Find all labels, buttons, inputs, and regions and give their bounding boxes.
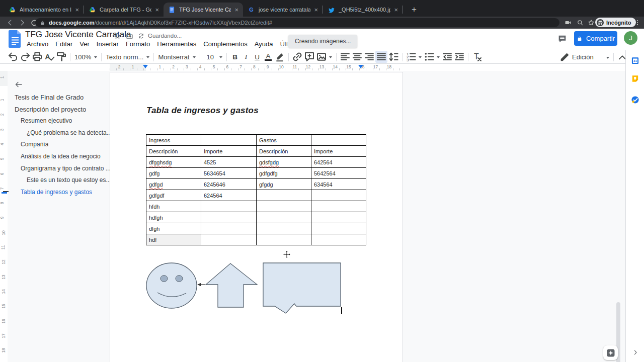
browser-tab[interactable]: TFG Jose Vicente Carratala - D× (164, 3, 243, 17)
menu-complementos[interactable]: Complementos (203, 40, 247, 48)
table-cell[interactable] (257, 234, 311, 245)
outline-item[interactable]: ¿Qué problema se ha detecta... (27, 129, 112, 136)
highlight-button[interactable] (274, 51, 286, 63)
table-cell[interactable]: 5642564 (311, 168, 366, 179)
italic-button[interactable]: I (240, 53, 252, 61)
table-cell[interactable] (311, 190, 366, 201)
menu-editar[interactable]: Editar (55, 40, 72, 48)
numbered-list-button[interactable]: 123 (405, 51, 417, 63)
table-cell[interactable] (257, 212, 311, 223)
table-cell[interactable] (257, 223, 311, 234)
table-cell[interactable]: gdfgdfg (257, 168, 311, 179)
redo-button[interactable] (19, 51, 31, 63)
menu-archivo[interactable]: Archivo (27, 40, 48, 48)
zoom-select[interactable]: 100% (73, 53, 93, 61)
add-comment-button[interactable] (303, 51, 315, 63)
tab-close-icon[interactable]: × (75, 7, 79, 13)
horizontal-ruler[interactable]: 21123456789101112131415161718 (8, 64, 625, 71)
outline-item[interactable]: Tabla de ingresos y gastos (21, 189, 92, 196)
table-cell[interactable] (201, 223, 257, 234)
line-spacing-button[interactable] (387, 51, 399, 63)
close-outline-icon[interactable] (14, 80, 23, 89)
outline-item[interactable]: Resumen ejecutivo (21, 117, 72, 124)
table-cell[interactable] (257, 201, 311, 212)
undo-button[interactable] (7, 51, 19, 63)
table-cell[interactable]: 6245646 (201, 179, 257, 190)
outline-item[interactable]: Organigrama y tipo de contrato ... (21, 165, 111, 172)
star-document-icon[interactable] (114, 32, 121, 40)
mode-select[interactable]: Edición (571, 53, 595, 61)
font-select[interactable]: Montserrat (156, 53, 191, 61)
underline-button[interactable]: U (252, 53, 263, 61)
move-folder-icon[interactable] (126, 32, 133, 40)
docs-logo-icon[interactable] (9, 30, 22, 48)
zoom-icon[interactable] (577, 19, 584, 26)
ruler-row-marker[interactable] (2, 192, 7, 194)
outline-item[interactable]: Análisis de la idea de negocio (21, 153, 101, 160)
align-left-button[interactable] (339, 51, 351, 63)
table-cell[interactable]: gfgdg (257, 179, 311, 190)
tab-close-icon[interactable]: × (234, 7, 238, 13)
tab-close-icon[interactable]: × (394, 7, 398, 13)
table-cell[interactable]: gdsfgdg (257, 157, 311, 168)
share-button[interactable]: Compartir (574, 31, 617, 46)
table-cell[interactable]: 642564 (311, 157, 366, 168)
keep-icon[interactable] (631, 74, 639, 83)
print-button[interactable] (31, 51, 43, 63)
table-cell[interactable]: 4525 (201, 157, 257, 168)
menu-ayuda[interactable]: Ayuda (255, 40, 273, 48)
menu-insertar[interactable]: Insertar (97, 40, 119, 48)
document-page[interactable]: Tabla de ingresos y gastos IngresosGasto… (110, 72, 403, 362)
table-cell[interactable] (201, 135, 257, 146)
address-bar[interactable]: docs.google.com /document/d/1Aj1AqkhD0Ko… (35, 18, 559, 27)
speech-bubble-shape[interactable] (263, 263, 341, 313)
expand-panel-icon[interactable] (632, 349, 639, 356)
table-cell[interactable] (311, 135, 366, 146)
align-center-button[interactable] (351, 51, 363, 63)
tab-close-icon[interactable]: × (155, 7, 159, 13)
smiley-face-shape[interactable] (146, 263, 197, 308)
table-cell[interactable] (311, 201, 366, 212)
bold-button[interactable]: B (229, 53, 240, 61)
text-color-button[interactable]: A (265, 53, 272, 61)
table-cell[interactable]: gdfgd (146, 179, 201, 190)
increase-indent-button[interactable] (453, 51, 465, 63)
table-cell[interactable]: Ingresos (146, 135, 201, 146)
section-heading[interactable]: Tabla de ingresos y gastos (146, 106, 259, 116)
justify-button[interactable] (375, 51, 387, 63)
calendar-icon[interactable]: 31 (631, 56, 639, 65)
table-cell[interactable]: Descripción (257, 146, 311, 157)
browser-tab[interactable]: _QH5i5tz_400x400.jpg (400×× (323, 3, 403, 17)
browser-menu-icon[interactable] (634, 19, 641, 26)
outline-item[interactable]: Compañía (21, 141, 48, 148)
block-up-arrow-shape[interactable] (206, 263, 257, 307)
outline-item[interactable]: Descripción del proyecto (15, 106, 86, 113)
new-tab-button[interactable]: + (409, 4, 420, 15)
table-cell[interactable]: dfgghsdg (146, 157, 201, 168)
spellcheck-button[interactable]: A (43, 51, 55, 63)
align-right-button[interactable] (363, 51, 375, 63)
table-cell[interactable]: hdfgh (146, 212, 201, 223)
menu-herramientas[interactable]: Herramientas (157, 40, 196, 48)
table-cell[interactable]: gdfg (146, 168, 201, 179)
avatar[interactable]: J (624, 31, 637, 45)
table-cell[interactable]: hfdh (146, 201, 201, 212)
vertical-ruler[interactable]: 1123456789101112131415161718 (0, 71, 8, 362)
table-cell[interactable]: dfgh (146, 223, 201, 234)
table-cell[interactable]: 5634654 (201, 168, 257, 179)
insert-link-button[interactable] (291, 51, 303, 63)
table-cell[interactable] (201, 201, 257, 212)
paragraph-style-select[interactable]: Texto norm... (104, 53, 145, 61)
browser-tab[interactable]: Gjose vicente carratala - Búsque× (243, 3, 323, 17)
table-cell[interactable]: 624564 (201, 190, 257, 201)
right-indent-marker[interactable] (358, 65, 363, 71)
table-cell[interactable]: hdf (146, 234, 201, 245)
menu-formato[interactable]: Formato (126, 40, 150, 48)
table-cell[interactable]: 634564 (311, 179, 366, 190)
left-indent-marker[interactable] (143, 65, 148, 71)
connector-arrow-shape[interactable] (197, 283, 205, 287)
outline-item[interactable]: Tesis de Final de Grado (15, 94, 84, 101)
font-size-select[interactable]: 10 (203, 53, 218, 61)
clear-formatting-button[interactable]: T (471, 51, 483, 63)
table-cell[interactable] (201, 234, 257, 245)
